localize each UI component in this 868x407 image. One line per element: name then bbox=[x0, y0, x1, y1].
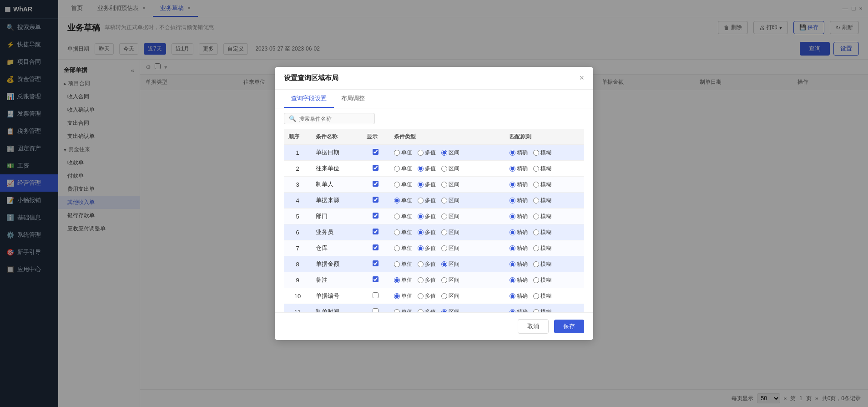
type-radio-区间[interactable]: 区间 bbox=[441, 229, 459, 236]
match-radio-模糊[interactable]: 模糊 bbox=[533, 292, 551, 300]
save-button[interactable]: 保存 bbox=[554, 320, 584, 333]
type-radio-多值[interactable]: 多值 bbox=[418, 213, 436, 220]
cancel-button[interactable]: 取消 bbox=[518, 319, 549, 334]
type-radio-区间[interactable]: 区间 bbox=[441, 244, 459, 252]
cell-show bbox=[362, 256, 389, 272]
type-radio-区间[interactable]: 区间 bbox=[441, 197, 459, 204]
type-radio-单值[interactable]: 单值 bbox=[394, 260, 412, 268]
cell-order: 11 bbox=[284, 304, 311, 313]
table-row: 9备注单值多值区间精确模糊 bbox=[284, 272, 584, 288]
match-radio-精确[interactable]: 精确 bbox=[510, 276, 528, 284]
table-row: 11制单时间单值多值区间精确模糊 bbox=[284, 304, 584, 313]
cell-show bbox=[362, 304, 389, 313]
match-radio-模糊[interactable]: 模糊 bbox=[533, 181, 551, 188]
match-radio-精确[interactable]: 精确 bbox=[510, 149, 528, 157]
show-checkbox[interactable] bbox=[373, 197, 378, 203]
th-type: 条件类型 bbox=[389, 129, 505, 145]
type-radio-区间[interactable]: 区间 bbox=[441, 165, 459, 173]
show-checkbox[interactable] bbox=[373, 260, 378, 266]
type-radio-单值[interactable]: 单值 bbox=[394, 213, 412, 220]
match-radio-精确[interactable]: 精确 bbox=[510, 213, 528, 220]
show-checkbox[interactable] bbox=[373, 149, 378, 155]
type-radio-区间[interactable]: 区间 bbox=[441, 149, 459, 157]
type-radio-多值[interactable]: 多值 bbox=[418, 149, 436, 157]
cell-condition-name: 制单人 bbox=[311, 177, 362, 193]
type-radio-单值[interactable]: 单值 bbox=[394, 197, 412, 204]
match-radio-精确[interactable]: 精确 bbox=[510, 292, 528, 300]
show-checkbox[interactable] bbox=[373, 244, 378, 250]
match-radio-模糊[interactable]: 模糊 bbox=[533, 276, 551, 284]
match-radio-精确[interactable]: 精确 bbox=[510, 181, 528, 188]
dialog-tab-fields[interactable]: 查询字段设置 bbox=[284, 90, 334, 108]
match-radio-模糊[interactable]: 模糊 bbox=[533, 197, 551, 204]
match-radio-模糊[interactable]: 模糊 bbox=[533, 229, 551, 236]
type-radio-多值[interactable]: 多值 bbox=[418, 276, 436, 284]
type-radio-多值[interactable]: 多值 bbox=[418, 260, 436, 268]
match-radio-精确[interactable]: 精确 bbox=[510, 229, 528, 236]
cell-order: 6 bbox=[284, 224, 311, 240]
type-radio-多值[interactable]: 多值 bbox=[418, 308, 436, 313]
cell-order: 7 bbox=[284, 240, 311, 256]
type-radio-多值[interactable]: 多值 bbox=[418, 229, 436, 236]
type-radio-区间[interactable]: 区间 bbox=[441, 292, 459, 300]
dialog-close-button[interactable]: × bbox=[579, 73, 584, 83]
show-checkbox[interactable] bbox=[373, 292, 378, 298]
show-checkbox[interactable] bbox=[373, 276, 378, 282]
table-row: 10单据编号单值多值区间精确模糊 bbox=[284, 288, 584, 304]
type-radio-多值[interactable]: 多值 bbox=[418, 197, 436, 204]
match-radio-模糊[interactable]: 模糊 bbox=[533, 260, 551, 268]
match-radio-精确[interactable]: 精确 bbox=[510, 197, 528, 204]
type-radio-区间[interactable]: 区间 bbox=[441, 260, 459, 268]
type-radio-区间[interactable]: 区间 bbox=[441, 181, 459, 188]
show-checkbox[interactable] bbox=[373, 308, 378, 312]
cell-condition-name: 制单时间 bbox=[311, 304, 362, 313]
dialog-table-body: 1单据日期单值多值区间精确模糊2往来单位单值多值区间精确模糊3制单人单值多值区间… bbox=[284, 145, 584, 313]
table-row: 1单据日期单值多值区间精确模糊 bbox=[284, 145, 584, 161]
match-radio-模糊[interactable]: 模糊 bbox=[533, 213, 551, 220]
match-radio-模糊[interactable]: 模糊 bbox=[533, 149, 551, 157]
type-radio-单值[interactable]: 单值 bbox=[394, 292, 412, 300]
type-radio-单值[interactable]: 单值 bbox=[394, 229, 412, 236]
type-radio-区间[interactable]: 区间 bbox=[441, 213, 459, 220]
match-radio-模糊[interactable]: 模糊 bbox=[533, 165, 551, 173]
dialog-header: 设置查询区域布局 × bbox=[275, 67, 593, 90]
show-checkbox[interactable] bbox=[373, 165, 378, 171]
table-row: 4单据来源单值多值区间精确模糊 bbox=[284, 193, 584, 209]
cell-order: 1 bbox=[284, 145, 311, 161]
cell-condition-name: 单据金额 bbox=[311, 256, 362, 272]
show-checkbox[interactable] bbox=[373, 213, 378, 219]
cell-order: 4 bbox=[284, 193, 311, 209]
type-radio-区间[interactable]: 区间 bbox=[441, 308, 459, 313]
type-radio-多值[interactable]: 多值 bbox=[418, 165, 436, 173]
type-radio-单值[interactable]: 单值 bbox=[394, 308, 412, 313]
type-radio-单值[interactable]: 单值 bbox=[394, 276, 412, 284]
search-input[interactable] bbox=[299, 116, 367, 122]
match-radio-模糊[interactable]: 模糊 bbox=[533, 308, 551, 313]
type-radio-多值[interactable]: 多值 bbox=[418, 181, 436, 188]
table-row: 3制单人单值多值区间精确模糊 bbox=[284, 177, 584, 193]
match-radio-精确[interactable]: 精确 bbox=[510, 165, 528, 173]
type-radio-单值[interactable]: 单值 bbox=[394, 181, 412, 188]
match-radio-精确[interactable]: 精确 bbox=[510, 308, 528, 313]
type-radio-单值[interactable]: 单值 bbox=[394, 165, 412, 173]
table-row: 6业务员单值多值区间精确模糊 bbox=[284, 224, 584, 240]
type-radio-区间[interactable]: 区间 bbox=[441, 276, 459, 284]
dialog-body: 查询字段设置 布局调整 🔍 顺序 条件名称 bbox=[275, 90, 593, 312]
type-radio-单值[interactable]: 单值 bbox=[394, 244, 412, 252]
th-name: 条件名称 bbox=[311, 129, 362, 145]
match-radio-精确[interactable]: 精确 bbox=[510, 260, 528, 268]
type-radio-多值[interactable]: 多值 bbox=[418, 292, 436, 300]
match-radio-模糊[interactable]: 模糊 bbox=[533, 244, 551, 252]
dialog-footer: 取消 保存 bbox=[275, 312, 593, 340]
search-icon: 🔍 bbox=[289, 115, 296, 122]
table-row: 7仓库单值多值区间精确模糊 bbox=[284, 240, 584, 256]
type-radio-多值[interactable]: 多值 bbox=[418, 244, 436, 252]
show-checkbox[interactable] bbox=[373, 229, 378, 234]
dialog-tab-layout[interactable]: 布局调整 bbox=[334, 90, 372, 108]
dialog-search-area: 🔍 bbox=[275, 108, 593, 129]
match-radio-精确[interactable]: 精确 bbox=[510, 244, 528, 252]
cell-condition-name: 往来单位 bbox=[311, 161, 362, 177]
type-radio-单值[interactable]: 单值 bbox=[394, 149, 412, 157]
cell-match: 精确模糊 bbox=[505, 288, 584, 304]
show-checkbox[interactable] bbox=[373, 181, 378, 187]
